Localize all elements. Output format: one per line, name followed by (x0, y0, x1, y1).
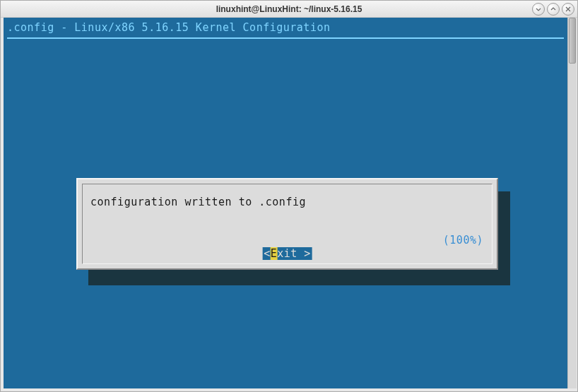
exit-rest: xit > (277, 247, 311, 260)
header-underline (7, 37, 564, 39)
minimize-button[interactable] (532, 3, 545, 16)
config-title: .config - Linux/x86 5.16.15 Kernel Confi… (7, 21, 564, 34)
exit-hotkey: E (271, 247, 278, 260)
titlebar[interactable]: linuxhint@LinuxHint: ~/linux-5.16.15 (1, 1, 577, 18)
scrollbar-thumb[interactable] (569, 18, 576, 64)
terminal-content: .config - Linux/x86 5.16.15 Kernel Confi… (4, 18, 567, 388)
dialog-inner: configuration written to .config (100%) … (82, 184, 493, 264)
maximize-button[interactable] (547, 3, 560, 16)
dialog-box: configuration written to .config (100%) … (76, 178, 498, 270)
exit-prefix: < (264, 247, 271, 260)
window-title: linuxhint@LinuxHint: ~/linux-5.16.15 (216, 4, 362, 14)
exit-button[interactable]: < Exit > (262, 247, 312, 260)
terminal-window: linuxhint@LinuxHint: ~/linux-5.16.15 .co… (0, 0, 578, 392)
close-button[interactable] (562, 3, 574, 16)
dialog-message: configuration written to .config (90, 196, 306, 208)
progress-indicator: (100%) (443, 234, 483, 247)
config-header: .config - Linux/x86 5.16.15 Kernel Confi… (7, 21, 564, 39)
window-controls (532, 3, 574, 16)
scrollbar[interactable] (567, 18, 577, 388)
